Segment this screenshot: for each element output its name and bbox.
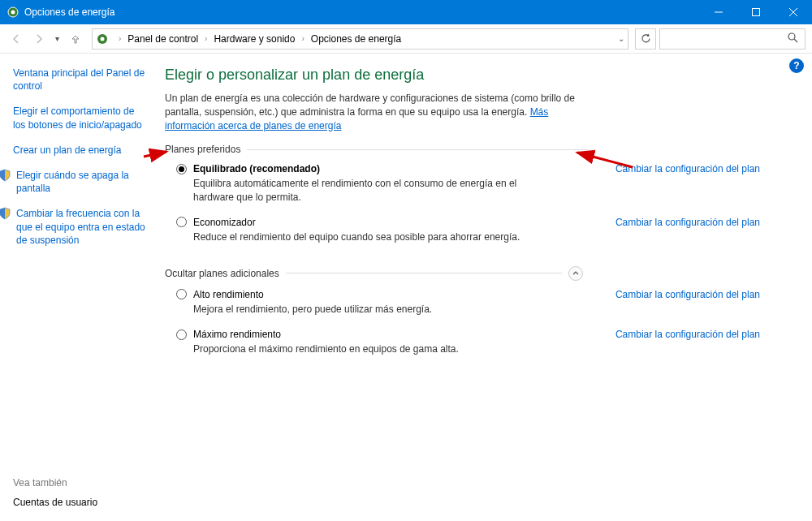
- svg-point-7: [101, 37, 105, 41]
- address-dropdown[interactable]: ⌄: [618, 34, 624, 43]
- window-title: Opciones de energía: [24, 6, 114, 18]
- sidebar-link-create-plan[interactable]: Crear un plan de energía: [13, 144, 149, 157]
- chevron-right-icon[interactable]: ›: [200, 34, 212, 43]
- sidebar-link-button-behavior[interactable]: Elegir el comportamiento de los botones …: [13, 105, 149, 131]
- close-button[interactable]: [775, 0, 812, 24]
- title-bar: Opciones de energía: [0, 0, 812, 24]
- crumb-power-options[interactable]: Opciones de energía: [309, 33, 403, 45]
- breadcrumb: › Panel de control › Hardware y sonido ›…: [114, 33, 618, 45]
- toolbar: ▾ › Panel de control › Hardware y sonido…: [0, 24, 812, 54]
- plan-name: Alto rendimiento: [193, 289, 264, 300]
- sidebar-link-control-panel-home[interactable]: Ventana principal del Panel de control: [13, 67, 149, 93]
- see-also-header: Vea también: [13, 477, 149, 489]
- refresh-button[interactable]: [635, 28, 656, 50]
- plan-description: Reduce el rendimiento del equipo cuando …: [165, 229, 538, 255]
- plan-name: Economizador: [193, 217, 256, 228]
- plan-row-max-performance[interactable]: Máximo rendimiento Cambiar la configurac…: [165, 327, 793, 341]
- svg-line-9: [794, 39, 797, 42]
- history-dropdown[interactable]: ▾: [52, 34, 63, 43]
- svg-point-1: [11, 11, 15, 15]
- forward-button[interactable]: [29, 29, 49, 49]
- shield-icon: [0, 207, 11, 220]
- search-input[interactable]: [659, 28, 806, 50]
- plan-row-high-performance[interactable]: Alto rendimiento Cambiar la configuració…: [165, 287, 793, 301]
- page-description: Un plan de energía es una colección de h…: [165, 92, 587, 132]
- crumb-hardware-sound[interactable]: Hardware y sonido: [212, 33, 296, 45]
- plan-row-balanced[interactable]: Equilibrado (recomendado) Cambiar la con…: [165, 161, 793, 175]
- crumb-control-panel[interactable]: Panel de control: [126, 33, 200, 45]
- collapse-button[interactable]: [568, 266, 583, 281]
- window-controls: [700, 0, 812, 24]
- sidebar-link-display-off[interactable]: Elegir cuándo se apaga la pantalla: [13, 169, 149, 195]
- address-bar[interactable]: › Panel de control › Hardware y sonido ›…: [92, 28, 628, 50]
- sidebar-link-sleep-frequency[interactable]: Cambiar la frecuencia con la que el equi…: [13, 207, 149, 247]
- change-plan-settings-link[interactable]: Cambiar la configuración del plan: [615, 329, 760, 340]
- change-plan-settings-link[interactable]: Cambiar la configuración del plan: [615, 163, 760, 174]
- maximize-button[interactable]: [737, 0, 775, 24]
- radio-high-performance[interactable]: [176, 289, 187, 299]
- back-button[interactable]: [6, 29, 26, 49]
- svg-point-8: [788, 33, 795, 40]
- minimize-button[interactable]: [700, 0, 737, 24]
- hide-additional-plans-header[interactable]: Ocultar planes adicionales: [165, 266, 793, 281]
- chevron-right-icon[interactable]: ›: [296, 34, 309, 43]
- plan-description: Equilibra automáticamente el rendimiento…: [165, 175, 538, 214]
- plan-description: Proporciona el máximo rendimiento en equ…: [165, 341, 538, 367]
- plan-description: Mejora el rendimiento, pero puede utiliz…: [165, 301, 538, 327]
- up-button[interactable]: [66, 29, 85, 49]
- preferred-plans-header: Planes preferidos: [165, 144, 793, 155]
- change-plan-settings-link[interactable]: Cambiar la configuración del plan: [615, 289, 760, 300]
- plan-row-economizer[interactable]: Economizador Cambiar la configuración de…: [165, 215, 793, 229]
- help-button[interactable]: ?: [789, 58, 804, 73]
- sidebar: Ventana principal del Panel de control E…: [0, 54, 158, 521]
- svg-rect-3: [753, 9, 760, 16]
- shield-icon: [0, 169, 11, 182]
- location-icon: [96, 32, 109, 45]
- radio-max-performance[interactable]: [176, 329, 187, 340]
- see-also-user-accounts[interactable]: Cuentas de usuario: [13, 497, 149, 508]
- change-plan-settings-link[interactable]: Cambiar la configuración del plan: [615, 217, 760, 228]
- radio-economizer[interactable]: [176, 217, 187, 227]
- radio-balanced[interactable]: [176, 164, 187, 174]
- main-content: ? Elegir o personalizar un plan de energ…: [158, 54, 812, 521]
- chevron-right-icon[interactable]: ›: [114, 34, 126, 43]
- plan-name: Equilibrado (recomendado): [193, 163, 320, 174]
- app-icon: [6, 6, 19, 19]
- page-title: Elegir o personalizar un plan de energía: [165, 67, 793, 84]
- plan-name: Máximo rendimiento: [193, 329, 281, 340]
- search-icon: [788, 32, 798, 45]
